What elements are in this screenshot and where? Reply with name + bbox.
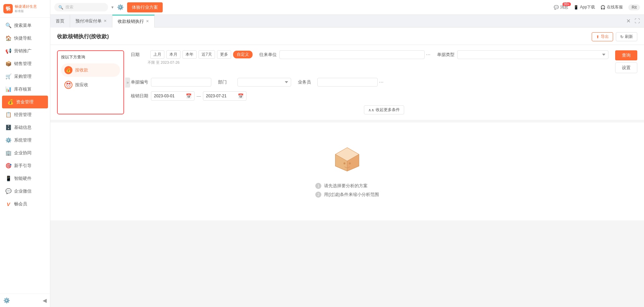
date-btn-this-month[interactable]: 本月 (166, 50, 180, 59)
sidebar-item-wechat[interactable]: 💬 企业微信 (0, 185, 50, 198)
date-buttons: 上月 本月 本年 近7天 更多 自定义 (150, 50, 253, 59)
service-btn[interactable]: 🎧 在线客服 (600, 4, 623, 10)
voucher-no-input[interactable] (151, 78, 211, 87)
writeoff-date-label: 核销日期 (131, 93, 148, 99)
sidebar-item-label: 搜索菜单 (14, 22, 32, 29)
collapse-more-label: 收起更多条件 (376, 107, 400, 113)
sidebar-item-system[interactable]: ⚙️ 系统管理 (0, 134, 50, 147)
tab-home-label: 首页 (56, 18, 64, 24)
main-area: 🔍 搜索 ▾ ⚙️ 体验行业方案 💬 消息 99+ 📱 App下载 🎧 在线客服… (50, 0, 644, 307)
sidebar-item-guide[interactable]: 🎯 新手引导 (0, 159, 50, 172)
sidebar-item-label: 智能硬件 (14, 175, 32, 182)
vip-icon: V (5, 201, 11, 207)
page-header: 收款核销执行(按收款) ⬆ 导出 ↻ 刷新 (50, 28, 644, 45)
writeoff-date-end-input[interactable]: 2023-07-21 📅 (203, 91, 247, 101)
voucher-type-select[interactable] (457, 50, 608, 59)
writeoff-date-start-input[interactable]: 2023-03-01 📅 (151, 91, 195, 101)
date-btn-more[interactable]: 更多 (217, 50, 231, 59)
footer-settings-icon[interactable]: ⚙️ (3, 297, 10, 304)
sidebar-item-member[interactable]: V 畅会员 (0, 198, 50, 210)
refresh-btn[interactable]: ↻ 刷新 (616, 32, 637, 41)
device-icon: 📱 (5, 175, 11, 182)
date-label: 日期 (131, 52, 148, 58)
tab-receipt[interactable]: 收款核销执行 ✕ (112, 15, 155, 28)
sidebar-item-operation[interactable]: 📋 经营管理 (0, 108, 50, 121)
sidebar-item-collab[interactable]: 🏢 企业协同 (0, 147, 50, 159)
date-btn-last-month[interactable]: 上月 (150, 50, 164, 59)
sidebar-item-purchase[interactable]: 🛒 采购管理 (0, 70, 50, 83)
clipboard-icon: 📋 (5, 112, 11, 118)
topbar-search[interactable]: 🔍 搜索 (54, 3, 108, 11)
hint-text-2: 用[过滤]条件来缩小分析范围 (324, 192, 379, 198)
filter-sidebar-collapse-btn[interactable]: » (125, 78, 130, 88)
user-menu-btn[interactable]: Rit (628, 4, 640, 10)
tab-home[interactable]: 首页 (50, 15, 70, 28)
industry-btn[interactable]: 体验行业方案 (127, 2, 163, 12)
sidebar: 畅 畅捷通好生意 标准版 🔍 搜索菜单 🏠 快捷导航 📢 营销推广 📦 销售管理… (0, 0, 50, 307)
writeoff-date-range: 2023-03-01 📅 — 2023-07-21 📅 (151, 91, 247, 101)
sidebar-item-finance[interactable]: 💰 资金管理 (2, 96, 48, 108)
export-btn[interactable]: ⬆ 导出 (592, 32, 613, 41)
app-logo: 畅 畅捷通好生意 标准版 (0, 0, 50, 18)
sidebar-item-search[interactable]: 🔍 搜索菜单 (0, 19, 50, 32)
cart-icon: 🛒 (5, 73, 11, 80)
date-btn-this-year[interactable]: 本年 (182, 50, 197, 59)
staff-more-icon[interactable]: ··· (379, 79, 383, 85)
hint-text-1: 请先选择要分析的方案 (324, 183, 368, 189)
page-header-actions: ⬆ 导出 ↻ 刷新 (592, 32, 637, 41)
sidebar-item-quicknav[interactable]: 🏠 快捷导航 (0, 32, 50, 45)
svg-point-4 (343, 162, 345, 164)
sidebar-item-basic[interactable]: 🗄️ 基础信息 (0, 121, 50, 134)
wechat-icon: 💬 (5, 188, 11, 194)
sidebar-item-marketing[interactable]: 📢 营销推广 (0, 45, 50, 57)
tab-prepay[interactable]: 预付冲应付单 ✕ (70, 15, 112, 28)
guide-icon: 🎯 (5, 163, 11, 169)
sidebar-item-hardware[interactable]: 📱 智能硬件 (0, 172, 50, 185)
filter-sidebar-title: 按以下方查询 (61, 54, 120, 60)
page-title: 收款核销执行(按收款) (57, 33, 109, 40)
sidebar-collapse-btn[interactable]: ◀ (43, 297, 47, 304)
query-btn[interactable]: 查询 (615, 50, 637, 60)
message-btn[interactable]: 💬 消息 99+ (554, 4, 568, 10)
search-icon: 🔍 (58, 5, 63, 10)
dept-select[interactable] (237, 78, 291, 87)
app-download-btn[interactable]: 📱 App下载 (574, 4, 595, 10)
tab-prepay-label: 预付冲应付单 (75, 18, 102, 24)
tab-receipt-close[interactable]: ✕ (146, 19, 149, 23)
sidebar-item-label: 营销推广 (14, 48, 32, 54)
gear-icon[interactable]: ⚙️ (117, 4, 124, 10)
calendar-end-icon[interactable]: 📅 (238, 93, 244, 99)
collapse-more-btn[interactable]: ∧∧ 收起更多条件 (364, 105, 404, 114)
date-btn-7days[interactable]: 近7天 (199, 50, 215, 59)
filter-option-receivable[interactable]: ⏰ 按应收 (61, 78, 120, 92)
voucher-type-field: 单据类型 (437, 50, 608, 59)
page-content: 收款核销执行(按收款) ⬆ 导出 ↻ 刷新 按以下方查询 💰 按收款 (50, 28, 644, 307)
filter-option-receipt[interactable]: 💰 按收款 (61, 63, 120, 77)
building-icon: 🏢 (5, 150, 11, 156)
service-label: 在线客服 (607, 4, 623, 10)
counterpart-more-icon[interactable]: ··· (426, 52, 430, 58)
filter-form: 日期 上月 本月 本年 近7天 更多 自定义 不限 至 2023-07-26 (131, 50, 637, 114)
filter-row-3: 核销日期 2023-03-01 📅 — 2023-07-21 📅 (131, 91, 637, 101)
dropdown-arrow-icon[interactable]: ▾ (111, 5, 114, 10)
close-all-btn[interactable]: ✕ (625, 17, 632, 25)
settings-icon: ⚙️ (5, 137, 11, 143)
staff-input[interactable] (317, 78, 378, 87)
date-btn-custom[interactable]: 自定义 (233, 51, 253, 58)
date-sub: 不限 至 2023-07-26 (131, 60, 253, 65)
sidebar-item-label: 企业微信 (14, 188, 32, 194)
logo-badge: 标准版 (15, 9, 37, 13)
voucher-no-field: 单据编号 (131, 78, 211, 87)
sidebar-item-sales[interactable]: 📦 销售管理 (0, 57, 50, 70)
topbar-right: 💬 消息 99+ 📱 App下载 🎧 在线客服 Rit (554, 4, 640, 10)
sidebar-item-inventory[interactable]: 📊 库存核算 (0, 83, 50, 96)
app-label: App下载 (580, 4, 595, 10)
tab-prepay-close[interactable]: ✕ (104, 19, 107, 23)
expand-btn[interactable]: ⛶ (633, 17, 641, 25)
hint-number-2: 2 (315, 192, 321, 198)
receivable-icon: ⏰ (64, 81, 72, 89)
setting-btn[interactable]: 设置 (615, 62, 637, 73)
counterpart-input[interactable] (279, 50, 425, 59)
calendar-start-icon[interactable]: 📅 (186, 93, 192, 99)
filter-option-receivable-label: 按应收 (75, 82, 88, 88)
